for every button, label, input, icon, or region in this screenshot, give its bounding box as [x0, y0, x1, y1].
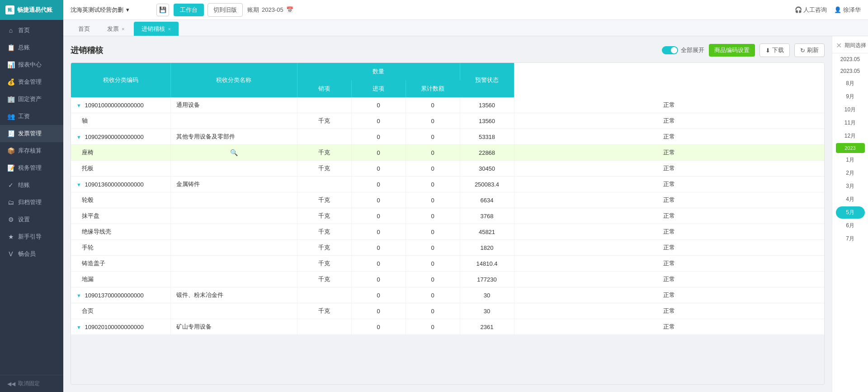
user-info[interactable]: 👤 徐泽华: [834, 6, 861, 14]
company-selector[interactable]: 沈海英测试经营勿删 ▾: [71, 6, 152, 14]
tab-reconcile[interactable]: 进销稽核×: [134, 22, 178, 36]
td-purchase: 0: [406, 256, 460, 272]
sidebar-item-home[interactable]: ⌂首页: [0, 22, 63, 39]
td-code: 地漏: [71, 272, 170, 287]
sidebar-item-inventory[interactable]: 📦库存核算: [0, 142, 63, 159]
td-unit: [297, 177, 351, 192]
tab-close-icon[interactable]: ×: [122, 26, 124, 32]
sidebar-bottom-label: 取消固定: [18, 380, 40, 387]
download-button[interactable]: ⬇ 下载: [760, 43, 790, 57]
period-item[interactable]: 2月: [836, 167, 865, 179]
td-code: 手轮: [71, 240, 170, 256]
period-item[interactable]: 1月: [836, 154, 865, 166]
sidebar-item-label: 首页: [18, 26, 30, 34]
td-purchase: 0: [406, 287, 460, 303]
td-code: 铸造盖子: [71, 256, 170, 272]
tab-close-icon[interactable]: ×: [168, 26, 170, 32]
expand-icon[interactable]: ▼: [76, 103, 81, 108]
td-sales: 0: [351, 256, 406, 272]
service-label[interactable]: 🎧 人工咨询: [795, 6, 827, 14]
period-item[interactable]: 10月: [836, 104, 865, 116]
period-item[interactable]: 6月: [836, 220, 865, 232]
period-item[interactable]: 7月: [836, 233, 865, 245]
td-name: 其他专用设备及零部件: [170, 129, 297, 145]
td-name: 金属铸件: [170, 177, 297, 192]
sidebar-item-archive[interactable]: 🗂归档管理: [0, 194, 63, 211]
sidebar-item-settings[interactable]: ⚙设置: [0, 211, 63, 228]
period-display: 账期 2023-05 📅: [247, 6, 293, 14]
period-item[interactable]: 5月: [836, 206, 865, 219]
sidebar-item-settlement[interactable]: ✓结账: [0, 177, 63, 194]
panel-collapse-button[interactable]: ✕: [836, 41, 842, 50]
tab-home[interactable]: 首页: [71, 22, 98, 36]
sidebar-item-assets[interactable]: 🏢固定资产: [0, 91, 63, 108]
sidebar-item-guide[interactable]: ★新手引导: [0, 228, 63, 245]
sidebar-item-funds[interactable]: 💰资金管理: [0, 73, 63, 91]
save-button[interactable]: 💾: [156, 4, 169, 16]
sidebar-bottom[interactable]: ◀◀ 取消固定: [0, 375, 63, 392]
archive-icon: 🗂: [7, 199, 14, 206]
table-row: 轴 千克 0 0 13560 正常: [71, 113, 824, 129]
download-icon: ⬇: [765, 47, 770, 54]
dropdown-icon: ▾: [126, 6, 129, 13]
sidebar-item-label: 发票管理: [18, 129, 42, 138]
sidebar-item-label: 归档管理: [18, 198, 42, 206]
header-actions: 全部展开 商品编码设置 ⬇ 下载 ↻ 刷新: [662, 43, 825, 57]
td-status: 正常: [514, 161, 824, 177]
assets-icon: 🏢: [7, 96, 14, 103]
content-area: 进销稽核 全部展开 商品编码设置 ⬇ 下载 ↻ 刷: [63, 36, 868, 392]
switch-track[interactable]: [662, 46, 678, 54]
expand-icon[interactable]: ▼: [76, 293, 81, 298]
expand-icon[interactable]: ▼: [76, 134, 81, 140]
td-unit: [297, 97, 351, 113]
period-item[interactable]: 12月: [836, 130, 865, 142]
calendar-icon[interactable]: 📅: [286, 6, 293, 13]
period-item[interactable]: 8月: [836, 77, 865, 90]
sidebar-item-reports[interactable]: 📊报表中心: [0, 56, 63, 73]
table-row: 轮毂 千克 0 0 6634 正常: [71, 192, 824, 208]
td-status: 正常: [514, 319, 824, 335]
td-purchase: 0: [406, 97, 460, 113]
th-total: 累计数额: [406, 80, 460, 97]
sidebar-item-payroll[interactable]: 👥工资: [0, 108, 63, 125]
td-total: 45821: [460, 224, 514, 240]
td-total: 3768: [460, 208, 514, 224]
period-item[interactable]: 4月: [836, 193, 865, 206]
td-purchase: 0: [406, 224, 460, 240]
sidebar-item-ledger[interactable]: 📋总账: [0, 39, 63, 56]
funds-icon: 💰: [7, 78, 14, 86]
search-icon[interactable]: 🔍: [176, 149, 292, 156]
settlement-icon: ✓: [7, 182, 14, 189]
td-sales: 0: [351, 113, 406, 129]
refresh-button[interactable]: ↻ 刷新: [794, 43, 825, 57]
tab-invoice[interactable]: 发票×: [99, 22, 132, 36]
period-item[interactable]: 9月: [836, 91, 865, 103]
period-list: 2023.052023.058月9月10月11月12月20231月2月3月4月5…: [832, 53, 868, 392]
data-table-wrapper: 税收分类编码 税收分类名称 数量 预警状态 销项 进项 累计数额 ▼ 109: [71, 62, 825, 385]
td-total: 30450: [460, 161, 514, 177]
expand-toggle[interactable]: 全部展开: [662, 46, 704, 54]
td-total: 13560: [460, 113, 514, 129]
switch-old-button[interactable]: 切到旧版: [208, 3, 243, 17]
period-item[interactable]: 2023.05: [836, 66, 865, 76]
td-status: 正常: [514, 303, 824, 319]
td-total: 30: [460, 287, 514, 303]
period-item[interactable]: 3月: [836, 180, 865, 192]
sidebar-item-invoice[interactable]: 🧾发票管理: [0, 125, 63, 142]
td-unit: 千克: [297, 145, 351, 161]
td-unit: 千克: [297, 208, 351, 224]
sidebar-item-tax[interactable]: 📝税务管理: [0, 159, 63, 177]
td-unit: 千克: [297, 113, 351, 129]
period-item[interactable]: 2023.05: [836, 54, 865, 65]
expand-icon[interactable]: ▼: [76, 182, 81, 187]
page-header: 进销稽核 全部展开 商品编码设置 ⬇ 下载 ↻ 刷: [71, 43, 825, 57]
period-item[interactable]: 2023: [836, 143, 865, 153]
period-item[interactable]: 11月: [836, 117, 865, 129]
expand-icon[interactable]: ▼: [76, 325, 81, 330]
workbench-button[interactable]: 工作台: [174, 4, 204, 16]
sidebar-item-member[interactable]: V畅会员: [0, 245, 63, 263]
td-purchase: 0: [406, 303, 460, 319]
table-row: 托板 千克 0 0 30450 正常: [71, 161, 824, 177]
product-code-button[interactable]: 商品编码设置: [709, 44, 755, 57]
td-sales: 0: [351, 240, 406, 256]
